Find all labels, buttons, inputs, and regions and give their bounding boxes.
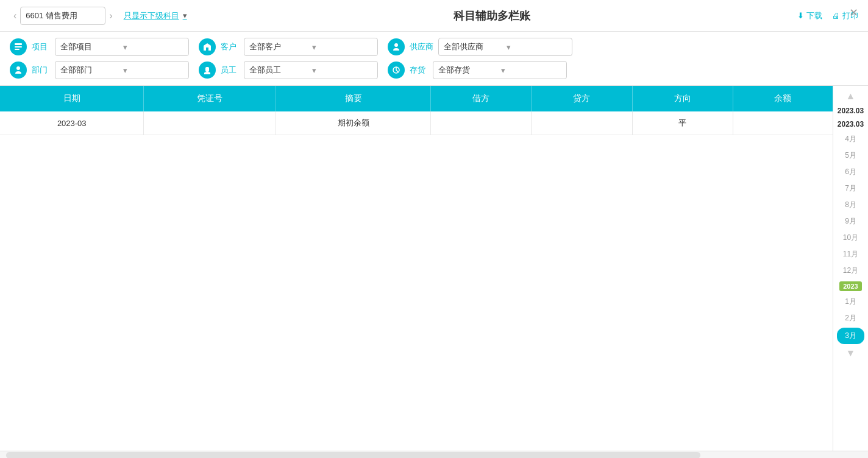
filter-supplier: 供应商 全部供应商 ▾ bbox=[388, 38, 572, 56]
timeline-up-btn[interactable]: ▲ bbox=[844, 88, 858, 104]
svg-rect-6 bbox=[205, 67, 209, 72]
cell-summary: 期初余额 bbox=[276, 111, 431, 135]
supplier-arrow-icon: ▾ bbox=[507, 43, 567, 52]
supplier-select[interactable]: 全部供应商 ▾ bbox=[438, 38, 572, 56]
table-header-row: 日期 凭证号 摘要 借方 贷方 方向 余额 bbox=[0, 86, 833, 111]
download-label: 下载 bbox=[806, 10, 822, 21]
timeline-selected-2[interactable]: 2023.03 bbox=[833, 118, 868, 131]
close-btn[interactable]: ✕ bbox=[849, 6, 858, 19]
customer-arrow-icon: ▾ bbox=[312, 43, 372, 52]
customer-select[interactable]: 全部客户 ▾ bbox=[244, 38, 378, 56]
download-btn[interactable]: ⬇ 下载 bbox=[797, 10, 822, 21]
cell-voucher bbox=[144, 111, 276, 135]
inventory-arrow-icon: ▾ bbox=[501, 66, 561, 75]
svg-rect-0 bbox=[15, 43, 22, 45]
cell-balance bbox=[733, 111, 833, 135]
account-code-text: 6601 销售费用 bbox=[26, 10, 77, 21]
svg-point-4 bbox=[394, 43, 398, 47]
print-icon: 🖨 bbox=[832, 11, 840, 20]
inventory-select[interactable]: 全部存货 ▾ bbox=[433, 61, 567, 79]
filter-employee: 员工 全部员工 ▾ bbox=[199, 61, 378, 79]
ledger-table: 日期 凭证号 摘要 借方 贷方 方向 余额 2023-03 期初余额 平 bbox=[0, 86, 833, 135]
scrollbar-track bbox=[6, 452, 700, 458]
filter-department: 部门 全部部门 ▾ bbox=[10, 61, 189, 79]
filter-row-1: 项目 全部项目 ▾ 客户 全部客户 ▾ bbox=[10, 38, 858, 56]
project-select[interactable]: 全部项目 ▾ bbox=[55, 38, 189, 56]
timeline-sidebar: ▲ 2023.03 2023.03 4月 5月 6月 7月 8月 9月 10月 … bbox=[833, 86, 868, 451]
inventory-icon bbox=[388, 62, 405, 79]
cell-credit bbox=[532, 111, 632, 135]
filter-customer: 客户 全部客户 ▾ bbox=[199, 38, 378, 56]
account-code-label: 6601 销售费用 bbox=[20, 7, 105, 25]
col-date: 日期 bbox=[0, 86, 144, 111]
customer-label: 客户 bbox=[221, 41, 239, 52]
customer-value: 全部客户 bbox=[249, 41, 310, 52]
prev-account-btn[interactable]: ‹ bbox=[10, 9, 20, 23]
col-summary: 摘要 bbox=[276, 86, 431, 111]
filter-area: 项目 全部项目 ▾ 客户 全部客户 ▾ bbox=[0, 32, 868, 86]
department-icon bbox=[10, 62, 27, 79]
timeline-month-6[interactable]: 6月 bbox=[833, 164, 868, 180]
main-container: ‹ 6601 销售费用 › 只显示下级科目 ▾ 科目辅助多栏账 ⬇ 下载 🖨 打… bbox=[0, 0, 868, 458]
timeline-month-5[interactable]: 5月 bbox=[833, 147, 868, 164]
timeline-month-4[interactable]: 4月 bbox=[833, 131, 868, 147]
bottom-scrollbar[interactable] bbox=[0, 451, 868, 458]
department-value: 全部部门 bbox=[60, 65, 121, 76]
filter-inventory: 存货 全部存货 ▾ bbox=[388, 61, 567, 79]
col-voucher: 凭证号 bbox=[144, 86, 276, 111]
project-value: 全部项目 bbox=[60, 41, 121, 52]
inventory-label: 存货 bbox=[410, 65, 428, 76]
supplier-label: 供应商 bbox=[410, 41, 433, 52]
inventory-value: 全部存货 bbox=[438, 65, 499, 76]
svg-rect-1 bbox=[15, 46, 22, 48]
project-label: 项目 bbox=[32, 41, 50, 52]
cell-direction: 平 bbox=[632, 111, 733, 135]
table-row: 2023-03 期初余额 平 bbox=[0, 111, 833, 135]
supplier-icon bbox=[388, 38, 405, 55]
chevron-down-icon: ▾ bbox=[183, 11, 187, 20]
header-bar: ‹ 6601 销售费用 › 只显示下级科目 ▾ 科目辅助多栏账 ⬇ 下载 🖨 打… bbox=[0, 0, 868, 32]
col-direction: 方向 bbox=[632, 86, 733, 111]
cell-debit bbox=[430, 111, 531, 135]
show-sub-btn[interactable]: 只显示下级科目 ▾ bbox=[124, 10, 187, 21]
filter-project: 项目 全部项目 ▾ bbox=[10, 38, 189, 56]
timeline-month-11[interactable]: 11月 bbox=[833, 246, 868, 262]
project-arrow-icon: ▾ bbox=[123, 43, 183, 52]
svg-rect-2 bbox=[15, 49, 20, 50]
employee-label: 员工 bbox=[221, 65, 239, 76]
customer-icon bbox=[199, 38, 216, 55]
svg-point-5 bbox=[16, 66, 20, 70]
timeline-month-3[interactable]: 3月 bbox=[837, 328, 864, 344]
project-icon bbox=[10, 38, 27, 55]
employee-value: 全部员工 bbox=[249, 65, 310, 76]
employee-select[interactable]: 全部员工 ▾ bbox=[244, 61, 378, 79]
timeline-month-12[interactable]: 12月 bbox=[833, 262, 868, 279]
col-debit: 借方 bbox=[430, 86, 531, 111]
timeline-month-8[interactable]: 8月 bbox=[833, 197, 868, 213]
employee-arrow-icon: ▾ bbox=[312, 66, 372, 75]
department-select[interactable]: 全部部门 ▾ bbox=[55, 61, 189, 79]
timeline-month-9[interactable]: 9月 bbox=[833, 213, 868, 230]
cell-date: 2023-03 bbox=[0, 111, 144, 135]
table-container[interactable]: 日期 凭证号 摘要 借方 贷方 方向 余额 2023-03 期初余额 平 bbox=[0, 86, 833, 451]
year-label: 2023 bbox=[839, 281, 861, 291]
col-credit: 贷方 bbox=[532, 86, 632, 111]
table-wrapper: 日期 凭证号 摘要 借方 贷方 方向 余额 2023-03 期初余额 平 bbox=[0, 86, 868, 451]
page-title: 科目辅助多栏账 bbox=[187, 9, 797, 23]
supplier-value: 全部供应商 bbox=[444, 41, 504, 52]
filter-row-2: 部门 全部部门 ▾ 员工 全部员工 ▾ bbox=[10, 61, 858, 79]
department-label: 部门 bbox=[32, 65, 50, 76]
timeline-month-2[interactable]: 2月 bbox=[833, 310, 868, 326]
show-sub-label: 只显示下级科目 bbox=[124, 10, 179, 21]
next-account-btn[interactable]: › bbox=[105, 9, 116, 23]
department-arrow-icon: ▾ bbox=[123, 66, 183, 75]
timeline-month-7[interactable]: 7月 bbox=[833, 180, 868, 197]
timeline-year-badge[interactable]: 2023 bbox=[833, 279, 868, 294]
timeline-month-10[interactable]: 10月 bbox=[833, 230, 868, 246]
timeline-selected-1[interactable]: 2023.03 bbox=[833, 104, 868, 118]
download-icon: ⬇ bbox=[797, 11, 804, 20]
timeline-down-btn[interactable]: ▼ bbox=[844, 345, 858, 361]
col-balance: 余额 bbox=[733, 86, 833, 111]
svg-rect-3 bbox=[206, 48, 208, 51]
timeline-month-1[interactable]: 1月 bbox=[833, 294, 868, 310]
